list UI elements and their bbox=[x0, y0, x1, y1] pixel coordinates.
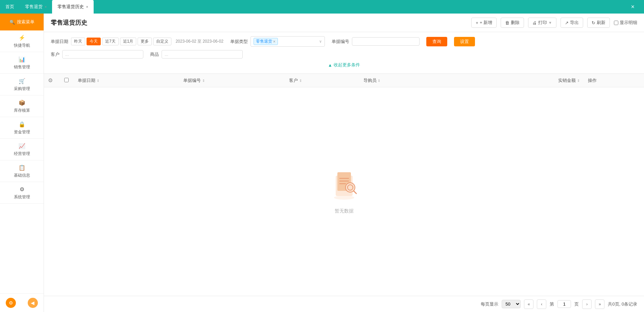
sidebar-item-system-mgmt[interactable]: ⚙ 系统管理 bbox=[0, 182, 44, 204]
date-btn-yesterday[interactable]: 昨天 bbox=[71, 38, 85, 45]
no-input[interactable] bbox=[352, 37, 420, 46]
date-btn-more[interactable]: 更多 bbox=[138, 38, 152, 45]
per-page-label: 每页显示 bbox=[481, 301, 498, 307]
date-btn-today[interactable]: 今天 bbox=[87, 38, 101, 45]
sidebar-item-quick-nav[interactable]: ⚡ 快捷导航 bbox=[0, 30, 44, 52]
top-bar: 首页 零售退货 × 零售退货历史 × × bbox=[0, 0, 644, 14]
operations-icon: 📈 bbox=[18, 142, 26, 150]
tab-home[interactable]: 首页 bbox=[0, 0, 20, 14]
table-header-row: ⚙ 单据日期 ⇕ 单据编号 ⇕ bbox=[44, 74, 644, 87]
no-filter-group: 单据编号 bbox=[332, 37, 420, 46]
export-icon: ↗ bbox=[565, 20, 569, 25]
page-input[interactable] bbox=[557, 300, 571, 308]
page-suffix: 页 bbox=[574, 301, 579, 307]
tab-retail-return-history[interactable]: 零售退货历史 × bbox=[52, 0, 93, 14]
type-dropdown-icon: ∨ bbox=[319, 39, 322, 44]
no-label: 单据编号 bbox=[332, 39, 349, 45]
print-button[interactable]: 🖨 打印 ▼ bbox=[528, 18, 556, 28]
basic-info-icon: 📋 bbox=[18, 164, 26, 171]
quick-nav-icon: ⚡ bbox=[18, 34, 26, 41]
sidebar-item-finance[interactable]: 🔒 资金管理 bbox=[0, 117, 44, 139]
date-label: 单据日期 bbox=[51, 39, 68, 45]
filter-area: 单据日期 昨天 今天 近7天 近1月 更多 自定义 2023-06-02 至 2… bbox=[44, 32, 644, 74]
th-spacer bbox=[449, 74, 478, 87]
prev-page-btn[interactable]: ‹ bbox=[537, 299, 546, 309]
sidebar-item-basic-info[interactable]: 📋 基础信息 bbox=[0, 160, 44, 182]
select-all-checkbox[interactable] bbox=[64, 78, 69, 82]
sidebar-item-sales-mgmt[interactable]: 📊 销售管理 bbox=[0, 52, 44, 74]
total-label: 共0页, 0条记录 bbox=[608, 301, 637, 307]
sidebar-search[interactable]: 🔍 搜索菜单 bbox=[0, 14, 44, 30]
table-settings-icon[interactable]: ⚙ bbox=[48, 77, 53, 83]
goods-filter-group: 商品 bbox=[150, 50, 243, 59]
finance-icon: 🔒 bbox=[18, 120, 26, 128]
th-checkbox bbox=[60, 74, 74, 87]
sort-amount-icon[interactable]: ⇕ bbox=[577, 79, 580, 83]
empty-state: 暂无数据 bbox=[44, 87, 644, 296]
collapse-sidebar-icon[interactable]: ◀ bbox=[28, 298, 38, 308]
table-wrapper: ⚙ 单据日期 ⇕ 单据编号 ⇕ bbox=[44, 74, 644, 296]
date-btn-7days[interactable]: 近7天 bbox=[102, 38, 119, 45]
close-tab-retail-return-history[interactable]: × bbox=[86, 5, 88, 9]
customer-input[interactable] bbox=[62, 50, 143, 59]
first-page-btn[interactable]: « bbox=[524, 299, 533, 309]
goods-input[interactable] bbox=[162, 50, 243, 59]
sidebar: 🔍 搜索菜单 ⚡ 快捷导航 📊 销售管理 🛒 采购管理 📦 库存核算 🔒 资金管… bbox=[0, 14, 44, 312]
header-actions: + + 新增 🗑 删除 🖨 打印 ▼ ↗ 导出 ↻ bbox=[471, 18, 637, 28]
th-action: 操作 bbox=[584, 74, 644, 87]
th-no: 单据编号 ⇕ bbox=[179, 74, 285, 87]
main-layout: 🔍 搜索菜单 ⚡ 快捷导航 📊 销售管理 🛒 采购管理 📦 库存核算 🔒 资金管… bbox=[0, 14, 644, 312]
new-button[interactable]: + + 新增 bbox=[471, 18, 497, 28]
sidebar-item-purchase-mgmt[interactable]: 🛒 采购管理 bbox=[0, 74, 44, 95]
customer-filter-group: 客户 bbox=[51, 50, 143, 59]
sort-no-icon[interactable]: ⇕ bbox=[202, 79, 205, 83]
collapse-icon: ▲ bbox=[328, 63, 332, 68]
th-guide: 导购员 ⇕ bbox=[359, 74, 449, 87]
page-prefix: 第 bbox=[550, 301, 554, 307]
goods-label: 商品 bbox=[150, 51, 159, 58]
close-tab-retail-return[interactable]: × bbox=[45, 5, 47, 9]
date-range-text: 2023-06-02 至 2023-06-02 bbox=[175, 39, 223, 44]
show-detail-checkbox-wrapper: 显示明细 bbox=[614, 20, 637, 26]
system-icon: ⚙ bbox=[18, 185, 26, 193]
print-dropdown-icon: ▼ bbox=[548, 21, 552, 25]
content-area: 零售退货历史 + + 新增 🗑 删除 🖨 打印 ▼ ↗ 导出 bbox=[44, 14, 644, 312]
collapse-row: ▲ 收起更多条件 bbox=[51, 61, 637, 69]
sidebar-item-inventory[interactable]: 📦 库存核算 bbox=[0, 95, 44, 117]
empty-icon bbox=[327, 169, 361, 203]
search-icon: 🔍 bbox=[9, 20, 15, 25]
export-button[interactable]: ↗ 导出 bbox=[560, 18, 583, 28]
date-btn-custom[interactable]: 自定义 bbox=[153, 38, 171, 45]
date-btn-1month[interactable]: 近1月 bbox=[120, 38, 137, 45]
type-select[interactable]: 零售退货 × ∨ bbox=[251, 36, 325, 47]
sort-date-icon[interactable]: ⇕ bbox=[97, 79, 99, 83]
sales-icon: 📊 bbox=[18, 55, 26, 63]
purchase-icon: 🛒 bbox=[18, 77, 26, 85]
show-detail-checkbox[interactable] bbox=[614, 21, 618, 25]
collapse-button[interactable]: ▲ 收起更多条件 bbox=[328, 61, 360, 69]
last-page-btn[interactable]: » bbox=[595, 299, 604, 309]
setting-button[interactable]: 设置 bbox=[454, 37, 475, 46]
tab-retail-return[interactable]: 零售退货 × bbox=[20, 0, 52, 14]
date-btns: 昨天 今天 近7天 近1月 更多 自定义 bbox=[71, 38, 171, 45]
sort-customer-icon[interactable]: ⇕ bbox=[299, 79, 302, 83]
tag-close-icon[interactable]: × bbox=[273, 39, 276, 44]
page-title: 零售退货历史 bbox=[51, 19, 87, 27]
window-close-btn[interactable]: × bbox=[627, 3, 644, 10]
next-page-btn[interactable]: › bbox=[582, 299, 592, 309]
svg-line-8 bbox=[354, 191, 356, 194]
refresh-button[interactable]: ↻ 刷新 bbox=[587, 18, 610, 28]
sort-guide-icon[interactable]: ⇕ bbox=[378, 79, 380, 83]
settings-bottom-icon[interactable]: ⚙ bbox=[6, 298, 16, 308]
th-date: 单据日期 ⇕ bbox=[74, 74, 179, 87]
th-amount: 实销金额 ⇕ bbox=[478, 74, 583, 87]
plus-icon: + bbox=[476, 20, 478, 25]
query-button[interactable]: 查询 bbox=[426, 37, 447, 46]
type-label: 单据类型 bbox=[230, 39, 248, 45]
delete-button[interactable]: 🗑 删除 bbox=[501, 18, 524, 28]
per-page-select[interactable]: 50 10 20 100 bbox=[502, 300, 521, 308]
print-icon: 🖨 bbox=[532, 20, 537, 25]
type-tag: 零售退货 × bbox=[254, 38, 278, 45]
th-customer: 客户 ⇕ bbox=[285, 74, 359, 87]
sidebar-item-operations[interactable]: 📈 经营管理 bbox=[0, 139, 44, 160]
